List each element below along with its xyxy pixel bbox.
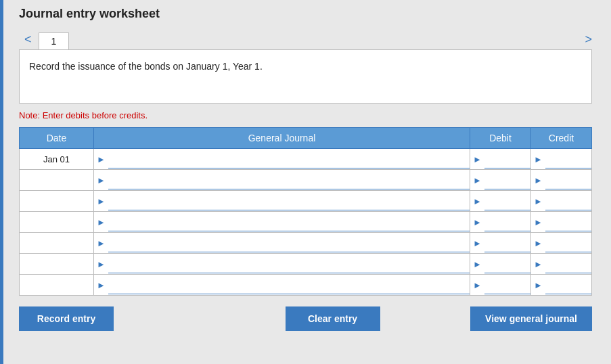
journal-cell[interactable]: ► [94, 191, 470, 212]
debit-cell[interactable]: ► [470, 170, 531, 191]
date-cell [20, 170, 94, 191]
date-cell [20, 254, 94, 275]
view-general-journal-button[interactable]: View general journal [470, 306, 592, 331]
table-row: ►►► [20, 191, 592, 212]
credit-cell[interactable]: ► [531, 233, 592, 254]
debit-cell[interactable]: ► [470, 254, 531, 275]
credit-cell[interactable]: ► [531, 191, 592, 212]
tab-1[interactable]: 1 [39, 32, 70, 49]
debit-cell[interactable]: ► [470, 191, 531, 212]
debit-arrow-icon: ► [470, 175, 484, 185]
button-row: Record entry Clear entry View general jo… [19, 306, 592, 331]
credit-arrow-icon: ► [531, 238, 545, 248]
journal-table: Date General Journal Debit Credit Jan 01… [19, 127, 592, 296]
date-cell [20, 233, 94, 254]
col-header-debit: Debit [470, 128, 531, 149]
record-entry-button[interactable]: Record entry [19, 306, 114, 331]
instruction-text: Record the issuance of the bonds on Janu… [29, 61, 582, 72]
credit-arrow-icon: ► [531, 259, 545, 269]
row-arrow-icon: ► [94, 280, 108, 290]
credit-arrow-icon: ► [531, 175, 545, 185]
credit-cell[interactable]: ► [531, 254, 592, 275]
debit-cell[interactable]: ► [470, 275, 531, 296]
debit-arrow-icon: ► [470, 238, 484, 248]
tab-navigation: < 1 > [19, 30, 597, 49]
debit-arrow-icon: ► [470, 196, 484, 206]
table-row: ►►► [20, 170, 592, 191]
date-cell [20, 212, 94, 233]
instruction-box: Record the issuance of the bonds on Janu… [19, 49, 592, 104]
debit-arrow-icon: ► [470, 259, 484, 269]
row-arrow-icon: ► [94, 259, 108, 269]
credit-arrow-icon: ► [531, 154, 545, 164]
page-wrapper: Journal entry worksheet < 1 > Record the… [0, 0, 611, 364]
credit-cell[interactable]: ► [531, 149, 592, 170]
credit-arrow-icon: ► [531, 280, 545, 290]
col-header-credit: Credit [531, 128, 592, 149]
credit-cell[interactable]: ► [531, 212, 592, 233]
date-cell [20, 191, 94, 212]
clear-entry-button[interactable]: Clear entry [286, 306, 380, 331]
next-arrow[interactable]: > [579, 30, 597, 49]
col-header-journal: General Journal [94, 128, 470, 149]
credit-cell[interactable]: ► [531, 170, 592, 191]
row-arrow-icon: ► [94, 196, 108, 206]
debit-cell[interactable]: ► [470, 233, 531, 254]
page-title: Journal entry worksheet [19, 7, 597, 21]
date-cell: Jan 01 [20, 149, 94, 170]
table-row: ►►► [20, 254, 592, 275]
table-row: ►►► [20, 233, 592, 254]
row-arrow-icon: ► [94, 154, 108, 164]
journal-cell[interactable]: ► [94, 275, 470, 296]
debit-arrow-icon: ► [470, 154, 484, 164]
note-text: Note: Enter debits before credits. [19, 110, 597, 120]
row-arrow-icon: ► [94, 217, 108, 227]
credit-arrow-icon: ► [531, 196, 545, 206]
date-cell [20, 275, 94, 296]
table-row: ►►► [20, 275, 592, 296]
table-row: Jan 01►►► [20, 149, 592, 170]
journal-cell[interactable]: ► [94, 212, 470, 233]
row-arrow-icon: ► [94, 175, 108, 185]
debit-arrow-icon: ► [470, 217, 484, 227]
col-header-date: Date [20, 128, 94, 149]
prev-arrow[interactable]: < [19, 30, 37, 49]
table-row: ►►► [20, 212, 592, 233]
row-arrow-icon: ► [94, 238, 108, 248]
credit-arrow-icon: ► [531, 217, 545, 227]
journal-cell[interactable]: ► [94, 254, 470, 275]
credit-cell[interactable]: ► [531, 275, 592, 296]
debit-cell[interactable]: ► [470, 212, 531, 233]
debit-arrow-icon: ► [470, 280, 484, 290]
journal-cell[interactable]: ► [94, 170, 470, 191]
journal-cell[interactable]: ► [94, 149, 470, 170]
journal-cell[interactable]: ► [94, 233, 470, 254]
debit-cell[interactable]: ► [470, 149, 531, 170]
